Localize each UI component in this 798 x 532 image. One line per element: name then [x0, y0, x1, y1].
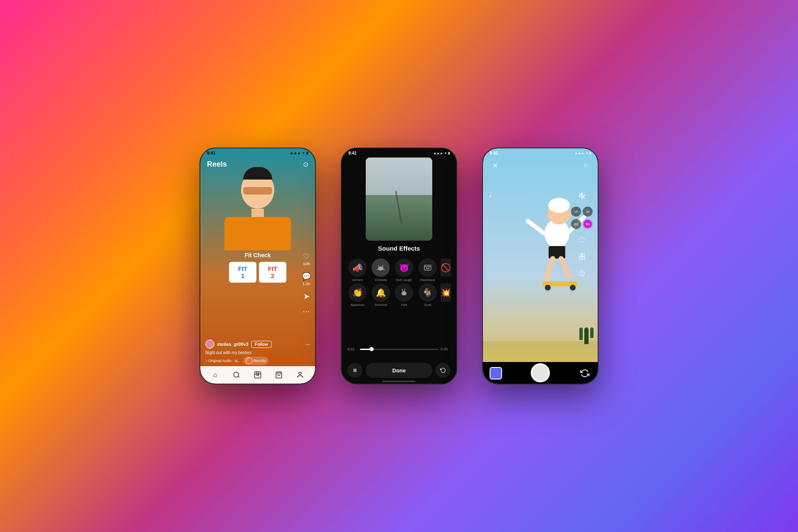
status-time-1: 9:41 — [207, 151, 215, 155]
svg-line-12 — [377, 269, 378, 270]
layout-icon[interactable] — [576, 251, 588, 262]
no-icon: 🚫 — [441, 259, 451, 277]
plot-icon: 💥 — [441, 283, 451, 302]
gallery-thumbnail[interactable] — [490, 367, 502, 379]
music-icon[interactable]: ♩ — [489, 190, 492, 199]
phone-1-screen: 9:41 ▲▲▲ ▾ ▮ Reels ⊙ — [200, 148, 315, 384]
applause-icon: 👏 — [348, 283, 367, 302]
svg-rect-44 — [549, 246, 565, 259]
nav-search[interactable] — [231, 369, 242, 381]
status-icons-3: ▲▲▲ ▾ ▮ — [574, 151, 591, 155]
sound-no[interactable]: 🚫 — [441, 259, 451, 282]
sound-effects-grid: 📣 Airhorn Crickets — [342, 259, 456, 308]
more-dots[interactable]: ··· — [305, 341, 310, 347]
fart-icon — [395, 283, 413, 302]
results-avatar — [246, 357, 252, 364]
sound-flashback[interactable]: Flashback — [417, 259, 438, 282]
home-indicator-2 — [382, 381, 416, 382]
caption: Night out with my besties — [205, 350, 310, 355]
refresh-button[interactable]: ○ — [580, 160, 591, 171]
share-action[interactable]: ➤ — [302, 292, 311, 301]
reset-button[interactable] — [436, 363, 451, 378]
glasses — [243, 187, 272, 195]
nav-reels[interactable] — [252, 369, 264, 381]
status-bar-3: 9:41 ▲▲▲ ▾ ▮ — [483, 148, 598, 158]
follow-button[interactable]: Follow — [251, 341, 272, 348]
status-bar-2: 9:41 ▲▲▲ ▾ ▮ — [342, 148, 456, 158]
phone-3: 9:41 ▲▲▲ ▾ ▮ ✕ ○ ♩ — [482, 148, 598, 384]
pause-button[interactable] — [347, 363, 362, 378]
nav-shop[interactable] — [273, 369, 285, 381]
shutter-button[interactable] — [531, 363, 550, 382]
like-action[interactable]: ♡ 32th — [302, 252, 311, 266]
sound-plot[interactable]: 💥 — [441, 283, 451, 307]
sound-effects-header: Sound Effects — [342, 245, 456, 252]
camera-header: ✕ ○ — [483, 158, 598, 173]
sound-applause[interactable]: 👏 Applause — [347, 283, 368, 307]
timer-30-button[interactable]: 30 — [583, 207, 593, 217]
reel-info: stellas_gr00v3 Follow ··· Night out with… — [200, 340, 315, 365]
goat-icon: 🐐 — [419, 283, 437, 302]
user-row: stellas_gr00v3 Follow ··· — [205, 340, 310, 349]
signal-icon-1: ▲▲▲ — [290, 151, 301, 155]
wifi-icon-1: ▾ — [303, 151, 305, 155]
wifi-icon-2: ▾ — [445, 151, 446, 155]
person-head-area — [233, 171, 283, 229]
comment-action[interactable]: 💬 1.2K — [302, 272, 311, 286]
svg-rect-34 — [582, 257, 585, 259]
svg-rect-2 — [254, 372, 261, 378]
sound-effects-title: Sound Effects — [378, 245, 420, 252]
done-button[interactable]: Done — [366, 363, 432, 378]
results-badge: Results — [243, 357, 268, 365]
nav-profile[interactable] — [294, 369, 306, 381]
svg-line-42 — [528, 221, 544, 234]
applause-label: Applause — [350, 303, 364, 307]
user-avatar — [205, 340, 214, 349]
evil-laugh-icon: 😈 — [395, 259, 413, 277]
face — [241, 171, 274, 209]
fit1-button[interactable]: FIT 1 — [229, 262, 256, 283]
svg-line-45 — [547, 259, 553, 279]
hills — [366, 195, 432, 241]
results-label: Results — [254, 359, 266, 363]
close-button[interactable]: ✕ — [490, 160, 500, 171]
svg-line-27 — [580, 238, 581, 239]
sound-crickets[interactable]: Crickets — [370, 259, 391, 282]
phone-3-screen: 9:41 ▲▲▲ ▾ ▮ ✕ ○ ♩ — [483, 148, 598, 384]
like-count: 32th — [303, 262, 310, 266]
timer-90-button[interactable]: 90 — [583, 219, 593, 229]
flashback-label: Flashback — [420, 278, 435, 282]
sound-airhorn[interactable]: 📣 Airhorn — [347, 259, 368, 282]
sound-goat[interactable]: 🐐 Goat — [417, 283, 438, 307]
effects-icon[interactable] — [576, 234, 588, 246]
camera-icon[interactable]: ⊙ — [303, 160, 308, 168]
timeline-dot — [369, 347, 374, 351]
svg-point-9 — [378, 266, 384, 271]
camera-bottom-bar — [483, 362, 598, 384]
timer-60-button[interactable]: 60 — [571, 219, 581, 229]
sound-fart[interactable]: Fart — [394, 283, 414, 307]
timeline-end: 0:05 — [441, 347, 451, 351]
sound-doorbell[interactable]: 🔔 Doorbell — [370, 283, 391, 307]
more-action[interactable]: ⋯ — [302, 307, 311, 316]
timer-icon[interactable] — [576, 267, 588, 279]
fit2-button[interactable]: FIT 2 — [259, 262, 286, 283]
timeline-track[interactable] — [360, 349, 438, 350]
svg-rect-14 — [424, 265, 431, 270]
username[interactable]: stellas_gr00v3 — [217, 342, 249, 347]
evil-laugh-label: Evil Laugh — [397, 278, 412, 282]
svg-line-13 — [384, 269, 385, 270]
trees — [579, 328, 594, 344]
sound-evil-laugh[interactable]: 😈 Evil Laugh — [394, 259, 414, 282]
flash-icon[interactable] — [576, 190, 588, 202]
svg-rect-33 — [579, 257, 581, 259]
svg-point-18 — [401, 291, 406, 296]
signal-icon-2: ▲▲▲ — [433, 151, 443, 155]
goat-label: Goat — [424, 303, 431, 307]
flip-camera-icon[interactable] — [579, 367, 591, 379]
nav-home[interactable]: ⌂ — [209, 369, 221, 381]
more-icon: ⋯ — [302, 307, 311, 316]
audio-row: ♪ Original Audio · st... Results — [205, 357, 310, 365]
camera-tools: 15 30 60 90 — [571, 190, 593, 279]
timer-15-button[interactable]: 15 — [571, 207, 581, 217]
